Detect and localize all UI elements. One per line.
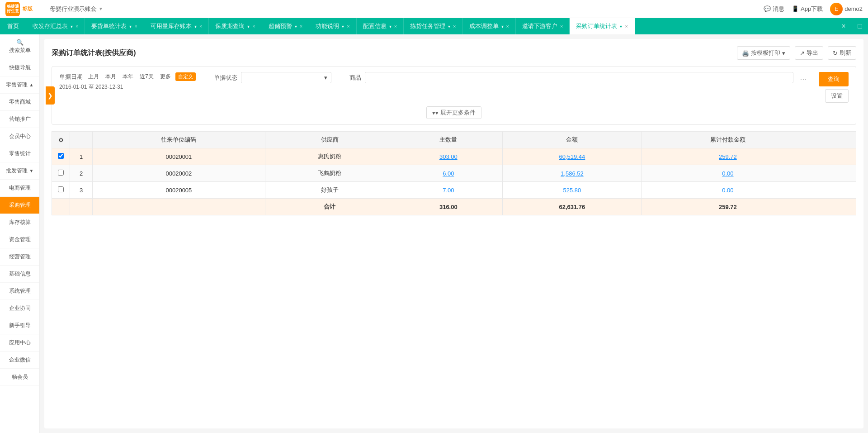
summary-qty: 316.00	[394, 199, 503, 215]
tab-yaohuo[interactable]: 要货单统计表 ▾ ×	[85, 18, 144, 34]
sidebar-item-dianshangguan[interactable]: 电商管理	[0, 180, 39, 197]
tab-gongneng[interactable]: 功能说明 ▾ ×	[309, 18, 356, 34]
tab-yaoqing[interactable]: 邀请下游客户 ×	[516, 18, 570, 34]
date-shortcut-last-month[interactable]: 上月	[86, 72, 101, 81]
sidebar-item-xitongguan[interactable]: 系统管理	[0, 283, 39, 300]
sidebar-item-qiyeweixin[interactable]: 企业微信	[0, 352, 39, 369]
sidebar-item-kuaijie[interactable]: 快捷导航	[0, 59, 39, 76]
summary-check	[52, 199, 70, 215]
refresh-btn[interactable]: ↻ 刷新	[828, 46, 856, 60]
table-row[interactable]: 1 00020001 惠氏奶粉 303.00 60,519.44 259.72	[52, 148, 856, 165]
status-label: 单据状态	[214, 74, 237, 82]
data-table: ⚙ 往来单位编码 供应商 主数量 金额 累计付款金额 1	[52, 131, 856, 215]
table-row[interactable]: 3 00020005 好孩子 7.00 525.80 0.00	[52, 182, 856, 199]
sidebar-item-huiyuan[interactable]: 会员中心	[0, 128, 39, 145]
nav-home-tab[interactable]: 首页	[0, 18, 26, 34]
date-shortcut-more[interactable]: 更多	[158, 72, 173, 81]
tab-close-icon[interactable]: ×	[625, 24, 627, 29]
row-qty[interactable]: 303.00	[394, 148, 503, 165]
sidebar-item-jichuxinxi[interactable]: 基础信息	[0, 266, 39, 283]
message-btn[interactable]: 💬 消息	[764, 5, 784, 13]
tab-chengben[interactable]: 成本调整单 ▾ ×	[463, 18, 516, 34]
sidebar-item-kucunhesuan[interactable]: 库存核算	[0, 214, 39, 231]
row-check[interactable]	[52, 182, 70, 199]
sidebar-item-jingying[interactable]: 经营管理	[0, 248, 39, 266]
row-check[interactable]	[52, 165, 70, 182]
collapse-toggle-btn[interactable]: ❯	[46, 86, 55, 105]
row-seq: 3	[70, 182, 93, 199]
sidebar-item-search[interactable]: 🔍 搜索菜单	[0, 34, 39, 59]
tab-dropdown-icon: ▾	[448, 24, 450, 29]
nav-end-buttons: × □	[835, 18, 868, 34]
user-area[interactable]: E demo2	[830, 3, 863, 15]
expand-more-btn[interactable]: ▾▾ 展开更多条件	[426, 106, 481, 119]
sidebar-item-xinshoudayin[interactable]: 新手引导	[0, 317, 39, 334]
goods-input[interactable]	[365, 72, 793, 83]
tab-chaochuyujing[interactable]: 超储预警 ▾ ×	[262, 18, 309, 34]
settings-gear-icon[interactable]: ⚙	[58, 137, 64, 143]
tab-caigoudan[interactable]: 采购订单统计表 ▾ ×	[570, 18, 634, 34]
row-extra	[814, 182, 856, 199]
tab-close-icon[interactable]: ×	[252, 24, 255, 29]
app-download-btn[interactable]: 📱 App下载	[792, 5, 823, 13]
sidebar-item-lingshoutongji[interactable]: 零售统计	[0, 145, 39, 162]
nav-close-btn[interactable]: ×	[835, 18, 852, 34]
row-paid[interactable]: 0.00	[642, 165, 814, 182]
tab-close-icon[interactable]: ×	[560, 24, 563, 29]
sidebar-item-lingshoushangcheng[interactable]: 零售商城	[0, 94, 39, 111]
sidebar-item-caigouguanli[interactable]: 采购管理	[0, 197, 39, 214]
table-body: 1 00020001 惠氏奶粉 303.00 60,519.44 259.72 …	[52, 148, 856, 199]
tab-peizhi[interactable]: 配置信息 ▾ ×	[357, 18, 404, 34]
tab-shoufahuizongtable[interactable]: 收发存汇总表 ▾ ×	[26, 18, 85, 34]
row-amount[interactable]: 1,586.52	[503, 165, 642, 182]
export-icon: ↗	[800, 50, 805, 57]
export-btn[interactable]: ↗ 导出	[795, 46, 823, 60]
row-amount[interactable]: 525.80	[503, 182, 642, 199]
nav-tabs: 首页 收发存汇总表 ▾ × 要货单统计表 ▾ × 可用量库存账本 ▾ × 保质期…	[0, 18, 868, 34]
table-footer: 合计 316.00 62,631.76 259.72	[52, 199, 856, 215]
status-select[interactable]: ▾	[241, 72, 331, 83]
tab-close-icon[interactable]: ×	[134, 24, 137, 29]
tab-close-icon[interactable]: ×	[75, 24, 78, 29]
tab-close-icon[interactable]: ×	[300, 24, 302, 29]
row-qty[interactable]: 6.00	[394, 165, 503, 182]
sidebar-item-changhui[interactable]: 畅会员	[0, 369, 39, 386]
tab-keyongliang[interactable]: 可用量库存账本 ▾ ×	[144, 18, 209, 34]
sidebar-item-zijinguanli[interactable]: 资金管理	[0, 231, 39, 248]
sidebar-item-pifaguanli[interactable]: 批发管理 ▼	[0, 162, 39, 180]
nav-maximize-btn[interactable]: □	[852, 18, 868, 34]
tab-close-icon[interactable]: ×	[199, 24, 202, 29]
sidebar-item-lingshouguan[interactable]: 零售管理 ▲	[0, 76, 39, 94]
workspace-selector[interactable]: 母婴行业演示账套 ▼	[50, 5, 764, 13]
tab-close-icon[interactable]: ×	[394, 24, 397, 29]
row-amount[interactable]: 60,519.44	[503, 148, 642, 165]
row-paid[interactable]: 259.72	[642, 148, 814, 165]
row-qty[interactable]: 7.00	[394, 182, 503, 199]
tab-close-icon[interactable]: ×	[347, 24, 349, 29]
sidebar-arrow-icon: ▲	[29, 82, 34, 87]
tab-close-icon[interactable]: ×	[506, 24, 509, 29]
logo-icon-text: 畅捷通好生意	[7, 5, 19, 14]
sidebar-item-yingyongzhongxin[interactable]: 应用中心	[0, 334, 39, 352]
row-paid[interactable]: 0.00	[642, 182, 814, 199]
template-print-btn[interactable]: 🖨️ 按模板打印 ▾	[737, 46, 790, 60]
tab-dropdown-icon: ▾	[129, 24, 132, 29]
table-row[interactable]: 2 00020002 飞鹤奶粉 6.00 1,586.52 0.00	[52, 165, 856, 182]
row-supplier: 飞鹤奶粉	[265, 165, 394, 182]
col-code-header: 往来单位编码	[93, 132, 265, 148]
date-shortcut-this-year[interactable]: 本年	[121, 72, 135, 81]
tab-close-icon[interactable]: ×	[453, 24, 456, 29]
row-check[interactable]	[52, 148, 70, 165]
date-shortcut-7days[interactable]: 近7天	[138, 72, 156, 81]
sidebar-item-qiyexietong[interactable]: 企业协同	[0, 300, 39, 317]
tab-tuohuo[interactable]: 拣货任务管理 ▾ ×	[404, 18, 462, 34]
goods-more-btn[interactable]: …	[797, 74, 810, 82]
date-custom-badge[interactable]: 自定义	[175, 72, 196, 81]
table-header: ⚙ 往来单位编码 供应商 主数量 金额 累计付款金额	[52, 132, 856, 148]
query-btn[interactable]: 查询	[819, 72, 849, 86]
settings-btn[interactable]: 设置	[825, 89, 849, 103]
sidebar-item-yingxiao[interactable]: 营销推广	[0, 111, 39, 128]
date-shortcut-this-month[interactable]: 本月	[104, 72, 118, 81]
page-title: 采购订单统计表(按供应商)	[52, 48, 136, 58]
tab-baozhiqi[interactable]: 保质期查询 ▾ ×	[209, 18, 262, 34]
